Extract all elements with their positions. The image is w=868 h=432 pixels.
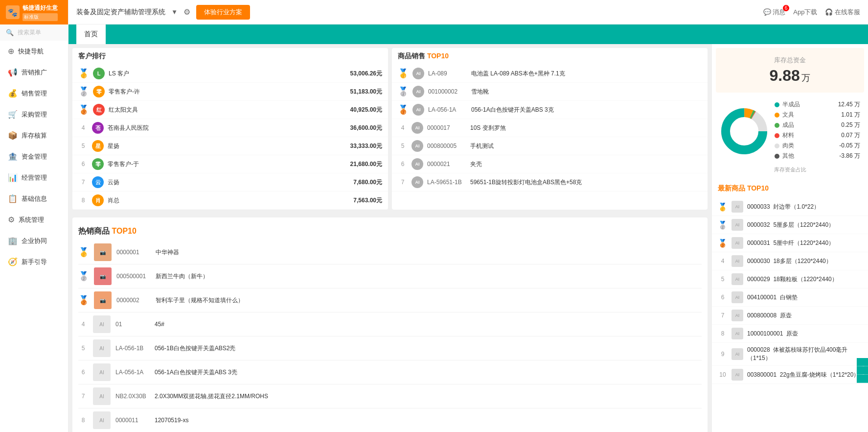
sidebar-search-label: 搜索菜单 [18, 28, 41, 37]
product-name: 夹壳 [470, 160, 702, 168]
legend-item: 文具 1.01 万 [775, 111, 860, 119]
float-service-btn[interactable]: 客服热线 [857, 358, 868, 366]
online-service-btn[interactable]: 🎧 在线客服 [825, 8, 860, 17]
customer-value: 40,925.00元 [350, 106, 382, 114]
sidebar-item-finance[interactable]: 🏦 资金管理 [0, 146, 68, 167]
trial-btn[interactable]: 体验行业方案 [196, 5, 250, 20]
float-community-btn[interactable]: 服务社区 [857, 366, 868, 375]
sidebar-item-guide[interactable]: 🧭 新手引导 [0, 251, 68, 272]
rank-number: 4 [78, 321, 88, 328]
rank-number: 10 [718, 371, 728, 378]
new-product-info: 0000030 18多层（1220*2440） [747, 257, 862, 265]
medal-bronze-icon: 🥉 [78, 104, 89, 115]
marketing-icon: 📢 [8, 68, 18, 77]
settings-btn[interactable]: ⚙ [183, 7, 190, 17]
product-thumb: AI [411, 122, 423, 134]
rank-number: 6 [398, 161, 408, 168]
sidebar-label-inventory: 库存核算 [22, 131, 47, 140]
product-thumb: AI [411, 140, 423, 152]
rank-number: 4 [78, 124, 88, 131]
customer-row: 8 肖 肖总 7,563.00元 [72, 192, 388, 210]
legend-item: 半成品 12.45 万 [775, 100, 860, 109]
customer-badge: 零 [93, 86, 105, 97]
new-product-thumb: AI [731, 348, 743, 360]
hot-product-name: 45# [155, 321, 702, 328]
sidebar-item-sales[interactable]: 💰 销售管理 [0, 83, 68, 104]
rank-number: 9 [718, 351, 728, 358]
message-area[interactable]: 💬 6 消息 [763, 8, 786, 17]
medal-silver-icon: 🥈 [718, 220, 728, 230]
sale-product-row: 🥇 AI LA-089 电池盖 LA-089 ABS本色+黑种 7.1克 [392, 65, 708, 83]
inventory-icon: 📦 [8, 131, 18, 140]
rank-number: 5 [718, 276, 728, 283]
float-live-btn[interactable]: 直播 [857, 375, 868, 383]
sidebar-label-sales: 销售管理 [22, 89, 47, 98]
hot-product-code: 01 [115, 321, 150, 328]
new-product-thumb: AI [731, 310, 743, 321]
customer-name: LS 客户 [109, 70, 346, 78]
rank-number: 6 [78, 369, 88, 376]
sidebar-label-purchase: 采购管理 [22, 110, 47, 119]
rank-number: 8 [78, 417, 88, 424]
legend-value: 12.45 万 [838, 100, 860, 109]
sidebar-item-inventory[interactable]: 📦 库存核算 [0, 125, 68, 146]
legend-dot [775, 133, 779, 138]
message-badge: 6 [783, 5, 790, 11]
hot-product-name: 中华神器 [156, 248, 702, 257]
sidebar-item-system[interactable]: ⚙ 系统管理 [0, 209, 68, 230]
chart-label: 库存资金占比 [716, 166, 864, 175]
logo-icon: 🐾 [6, 5, 20, 19]
inventory-unit: 万 [801, 73, 810, 83]
legend-name: 半成品 [782, 100, 835, 109]
legend-dot [775, 113, 779, 118]
sidebar-item-search[interactable]: 🔍 搜索菜单 [0, 24, 68, 41]
hot-product-row: 6 AI LA-056-1A 056-1A白色按键开关盖ABS 3壳 [78, 360, 702, 384]
sale-product-row: 4 AI 0000017 10S 变刹罗煞 [392, 119, 708, 137]
app-download-btn[interactable]: App下载 [793, 8, 817, 17]
hot-products-section: 热销商品 TOP10 🥇 📷 0000001 中华神器 🥈 📷 00050000… [72, 217, 708, 432]
medal-bronze-icon: 🥉 [398, 104, 409, 115]
hot-product-row: 🥇 📷 0000001 中华神器 [78, 240, 702, 264]
customer-value: 7,563.00元 [353, 196, 382, 205]
product-thumbnail: 📷 [94, 267, 112, 285]
hot-product-name: 12070519-xs [155, 417, 702, 424]
sidebar-item-purchase[interactable]: 🛒 采购管理 [0, 104, 68, 125]
customer-badge: L [93, 68, 105, 79]
sidebar-label-operations: 经营管理 [22, 173, 47, 182]
system-name: 装备及固定资产辅助管理系统 [76, 8, 165, 17]
sidebar-label-system: 系统管理 [19, 216, 44, 224]
sale-product-row: 🥈 AI 001000002 雪地靴 [392, 83, 708, 101]
legend-item: 成品 0.25 万 [775, 121, 860, 129]
sale-product-row: 6 AI 0000021 夹壳 [392, 155, 708, 173]
sidebar-item-quicknav[interactable]: ⊕ 快捷导航 [0, 41, 68, 62]
sidebar-item-basic[interactable]: 📋 基础信息 [0, 188, 68, 209]
product-thumbnail: AI [93, 339, 111, 357]
sidebar-item-enterprise[interactable]: 🏢 企业协同 [0, 230, 68, 251]
product-thumb: AI [412, 86, 424, 97]
new-product-info: 0000032 5厘多层（1220*2440） [747, 221, 862, 229]
top-products-card: 商品销售 TOP10 🥇 AI LA-089 电池盖 LA-089 ABS本色+… [392, 48, 708, 210]
tab-home[interactable]: 首页 [76, 24, 106, 44]
product-name: 10S 变刹罗煞 [470, 124, 702, 132]
new-product-row: 8 AI 10000100001 原壶 [712, 325, 868, 343]
new-product-info: 0000029 18颗粒板（1220*2440） [747, 275, 862, 284]
medal-silver-icon: 🥈 [78, 271, 89, 282]
sidebar-item-marketing[interactable]: 📢 营销推广 [0, 62, 68, 83]
hot-product-row: 🥈 📷 000500001 新西兰牛肉（新牛） [78, 264, 702, 288]
new-product-thumb: AI [731, 291, 743, 303]
hot-product-name: 056-1B白色按键开关盖ABS2壳 [155, 344, 702, 353]
medal-silver-icon: 🥈 [78, 86, 89, 97]
hot-product-code: NB2.0X30B [115, 393, 150, 400]
hot-product-row: 🥉 📷 0000002 智利车子里（规格不知道填什么） [78, 288, 702, 312]
rank-number: 4 [718, 258, 728, 264]
hot-product-name: 新西兰牛肉（新牛） [156, 272, 702, 281]
system-dropdown-btn[interactable]: ▼ [171, 8, 178, 16]
rank-number: 7 [718, 312, 728, 319]
product-code: 0000017 [427, 124, 466, 131]
legend-dot [775, 144, 779, 148]
sidebar-label-marketing: 营销推广 [22, 68, 47, 77]
hot-product-row: 4 AI 01 45# [78, 312, 702, 336]
customer-row: 4 苍 苍南县人民医院 36,600.00元 [72, 119, 388, 137]
sidebar-item-operations[interactable]: 📊 经营管理 [0, 167, 68, 188]
product-code: LA-056-1A [428, 106, 467, 113]
